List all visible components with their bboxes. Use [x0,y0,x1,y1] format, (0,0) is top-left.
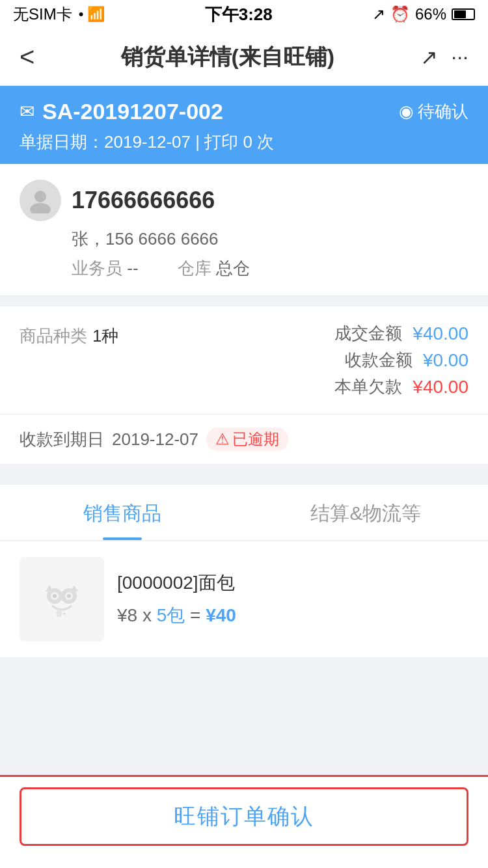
customer-name: 张，156 6666 6666 [72,228,468,251]
product-price: ¥8 x 5包 = ¥40 [117,603,468,628]
svg-point-0 [34,191,46,202]
order-header: ✉ SA-20191207-002 ◉ 待确认 单据日期：2019-12-07 … [0,86,488,164]
more-icon[interactable]: ··· [451,45,468,69]
product-type: 商品种类 1种 [20,322,334,347]
due-label: 收款到期日 [20,428,104,451]
status-bar: 无SIM卡 • 📶 下午3:28 ↗ ⏰ 66% [0,0,488,29]
battery-icon [452,8,475,20]
customer-row: 17666666666 [20,180,468,221]
carrier-text: 无SIM卡 [13,4,72,25]
warehouse-info: 仓库 总仓 [178,257,250,280]
order-header-top: ✉ SA-20191207-002 ◉ 待确认 [20,99,468,124]
divider-2 [0,464,488,474]
tabs-section: 销售商品 结算&物流等 [0,485,488,541]
customer-info-row: 业务员 -- 仓库 总仓 [72,257,468,280]
debt-line: 本单欠款 ¥40.00 [334,375,468,398]
tab-settlement[interactable]: 结算&物流等 [244,485,488,540]
product-section: 督+ [0000002]面包 ¥8 x 5包 = ¥40 [0,541,488,657]
customer-phone: 17666666666 [72,187,215,214]
avatar [20,180,61,221]
warning-icon: ⚠ [215,430,230,448]
nav-bar: < 销货单详情(来自旺铺) ↗ ··· [0,29,488,86]
due-date: 2019-12-07 [112,429,198,450]
stats-row: 商品种类 1种 成交金额 ¥40.00 收款金额 ¥0.00 本单欠款 ¥40.… [20,322,468,398]
due-section: 收款到期日 2019-12-07 ⚠ 已逾期 [0,414,488,464]
nav-actions: ↗ ··· [420,45,468,70]
confirm-button-wrap: 旺铺订单确认 [0,775,488,868]
alarm-icon: ⏰ [390,5,410,23]
stats-section: 商品种类 1种 成交金额 ¥40.00 收款金额 ¥0.00 本单欠款 ¥40.… [0,306,488,414]
svg-point-6 [53,594,57,598]
order-id: SA-20191207-002 [42,99,223,124]
clock-icon: ◉ [399,102,414,122]
confirm-button[interactable]: 旺铺订单确认 [20,787,468,846]
order-meta: 单据日期：2019-12-07 | 打印 0 次 [20,131,468,154]
divider-1 [0,296,488,306]
status-left: 无SIM卡 • 📶 [13,4,105,25]
tab-products[interactable]: 销售商品 [0,485,244,540]
wifi-icon: • 📶 [79,6,105,23]
amount-line: 成交金额 ¥40.00 [334,322,468,345]
customer-section: 17666666666 张，156 6666 6666 业务员 -- 仓库 总仓 [0,164,488,296]
page-title: 销货单详情(来自旺铺) [34,42,420,72]
time-display: 下午3:28 [205,3,273,26]
back-button[interactable]: < [20,42,34,72]
share-icon[interactable]: ↗ [420,45,438,70]
salesperson-info: 业务员 -- [72,257,139,280]
product-name: [0000002]面包 [117,571,468,595]
svg-point-7 [67,594,71,598]
overdue-badge: ⚠ 已逾期 [206,427,288,451]
status-right: ↗ ⏰ 66% [372,5,475,23]
order-status: ◉ 待确认 [399,100,468,123]
product-thumbnail: 督+ [20,557,104,642]
battery-percent: 66% [415,5,446,23]
payment-line: 收款金额 ¥0.00 [345,349,468,372]
financial-stats: 成交金额 ¥40.00 收款金额 ¥0.00 本单欠款 ¥40.00 [334,322,468,398]
product-item: 督+ [0000002]面包 ¥8 x 5包 = ¥40 [20,557,468,642]
product-info: [0000002]面包 ¥8 x 5包 = ¥40 [117,571,468,628]
svg-text:督+: 督+ [56,610,66,617]
svg-point-1 [30,203,51,213]
location-icon: ↗ [372,5,385,23]
